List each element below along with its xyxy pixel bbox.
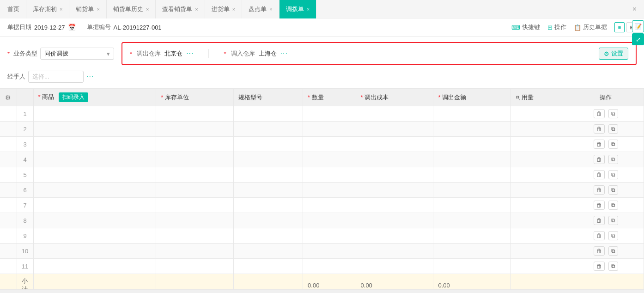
tab-close-inventory-init[interactable]: ×: [60, 6, 62, 12]
delete-row-btn[interactable]: 🗑: [594, 109, 605, 118]
row-cost-cell: [356, 244, 433, 259]
copy-row-btn[interactable]: ⧉: [608, 155, 618, 164]
handler-more-icon[interactable]: ···: [86, 73, 94, 81]
horizontal-scrollbar[interactable]: [0, 289, 644, 293]
delete-row-btn-11[interactable]: 🗑: [594, 262, 605, 271]
tab-sales-history[interactable]: 销货单历史 ×: [107, 0, 156, 18]
table-row: 4 🗑 ⧉: [0, 152, 644, 167]
calendar-icon[interactable]: 📅: [68, 24, 76, 31]
subtotal-available-cell: [511, 274, 568, 290]
copy-row-btn[interactable]: ⧉: [608, 109, 618, 118]
copy-row-btn[interactable]: ⧉: [608, 185, 618, 195]
subtotal-ops-cell: [568, 274, 644, 290]
tab-sales-order[interactable]: 销货单 ×: [69, 0, 106, 18]
row-gear-cell: [0, 198, 17, 213]
business-type-select[interactable]: 同价调拨 ▾: [40, 48, 114, 60]
copy-row-btn[interactable]: ⧉: [608, 231, 618, 240]
row-available-cell: [511, 244, 568, 259]
copy-row-btn[interactable]: ⧉: [608, 216, 618, 225]
tab-bar: 首页 库存期初 × 销货单 × 销货单历史 × 查看销货单 × 进货单 × 盘点…: [0, 0, 644, 18]
delete-row-btn[interactable]: 🗑: [594, 140, 605, 149]
row-product-cell-11[interactable]: [33, 259, 156, 274]
copy-row-btn[interactable]: ⧉: [608, 246, 618, 256]
row-amount-cell: [433, 244, 511, 259]
row-product-cell[interactable]: [33, 122, 156, 137]
table-container: ⚙ * 商品 扫码录入 * 库存单位 规格型号: [0, 88, 644, 289]
delete-row-btn[interactable]: 🗑: [594, 246, 605, 256]
window-close-button[interactable]: ×: [625, 5, 644, 13]
delete-row-btn[interactable]: 🗑: [594, 170, 605, 179]
warehouse-in-more-icon[interactable]: ···: [280, 49, 288, 58]
row-gear-cell: [0, 106, 17, 122]
row-amount-cell: [433, 152, 511, 167]
shortcuts-btn[interactable]: ⌨ 快捷键: [511, 23, 540, 31]
scan-button[interactable]: 扫码录入: [59, 92, 88, 102]
row-available-cell: [511, 122, 568, 137]
sidebar-expand-btn[interactable]: ⤢: [632, 33, 644, 45]
sidebar-note-btn[interactable]: 📝: [632, 20, 644, 32]
row-product-cell[interactable]: [33, 106, 156, 122]
delete-row-btn[interactable]: 🗑: [594, 124, 605, 134]
row-spec-cell: [234, 198, 303, 213]
row-spec-cell: [234, 183, 303, 198]
history-btn[interactable]: 📋 历史单据: [574, 23, 607, 31]
row-product-cell[interactable]: [33, 167, 156, 183]
row-product-cell[interactable]: [33, 213, 156, 228]
history-icon: 📋: [574, 24, 581, 31]
tab-purchase-order[interactable]: 进货单 ×: [205, 0, 242, 18]
tab-inventory-init[interactable]: 库存期初 ×: [26, 0, 69, 18]
row-product-cell[interactable]: [33, 244, 156, 259]
row-available-cell: [511, 167, 568, 183]
operations-btn[interactable]: ⊞ 操作: [547, 23, 566, 31]
copy-row-btn[interactable]: ⧉: [608, 201, 618, 210]
layout-list-btn[interactable]: ≡: [614, 22, 625, 32]
row-quantity-cell: [303, 198, 356, 213]
row-amount-cell: [433, 122, 511, 137]
tab-inventory-check[interactable]: 盘点单 ×: [242, 0, 279, 18]
row-product-cell[interactable]: [33, 183, 156, 198]
row-product-cell[interactable]: [33, 152, 156, 167]
row-product-cell[interactable]: [33, 228, 156, 244]
tab-close-sales-history[interactable]: ×: [146, 6, 149, 12]
row-quantity-cell-11: [303, 259, 356, 274]
handler-select[interactable]: 选择...: [28, 71, 84, 83]
delete-row-btn[interactable]: 🗑: [594, 201, 605, 210]
row-cost-cell: [356, 198, 433, 213]
delete-row-btn[interactable]: 🗑: [594, 231, 605, 240]
copy-row-btn[interactable]: ⧉: [608, 140, 618, 149]
date-field: 单据日期 2019-12-27 📅: [7, 23, 76, 31]
row-cost-cell-11: [356, 259, 433, 274]
row-cost-cell: [356, 106, 433, 122]
delete-row-btn[interactable]: 🗑: [594, 185, 605, 195]
row-amount-cell: [433, 106, 511, 122]
row-product-cell[interactable]: [33, 198, 156, 213]
tab-view-sales[interactable]: 查看销货单 ×: [156, 0, 205, 18]
row-quantity-cell: [303, 152, 356, 167]
tab-close-view-sales[interactable]: ×: [195, 6, 198, 12]
delete-row-btn[interactable]: 🗑: [594, 216, 605, 225]
right-sidebar: 📝 ⤢: [631, 18, 644, 47]
tab-home[interactable]: 首页: [0, 0, 26, 18]
date-value: 2019-12-27: [34, 24, 65, 31]
tab-close-purchase-order[interactable]: ×: [232, 6, 235, 12]
copy-row-btn-11[interactable]: ⧉: [608, 262, 618, 271]
row-spec-cell: [234, 244, 303, 259]
row-ops-cell: 🗑 ⧉: [568, 122, 644, 137]
table-gear-icon[interactable]: ⚙: [5, 94, 11, 101]
number-value: AL-20191227-001: [114, 24, 162, 31]
business-type-field: * 业务类型 同价调拨 ▾: [7, 48, 114, 60]
row-product-cell[interactable]: [33, 137, 156, 152]
tab-close-inventory-check[interactable]: ×: [269, 6, 272, 12]
warehouse-setting-btn[interactable]: ⚙ 设置: [599, 48, 628, 60]
copy-row-btn[interactable]: ⧉: [608, 170, 618, 179]
tab-close-sales-order[interactable]: ×: [97, 6, 99, 12]
tab-transfer-order[interactable]: 调拨单 ×: [279, 0, 316, 18]
tab-close-transfer-order[interactable]: ×: [307, 6, 310, 12]
row-unit-cell: [156, 213, 234, 228]
row-gear-cell: [0, 152, 17, 167]
copy-row-btn[interactable]: ⧉: [608, 124, 618, 134]
delete-row-btn[interactable]: 🗑: [594, 155, 605, 164]
warehouse-out-more-icon[interactable]: ···: [186, 49, 194, 58]
handler-label: 经手人: [7, 73, 25, 81]
th-gear: ⚙: [0, 89, 17, 106]
